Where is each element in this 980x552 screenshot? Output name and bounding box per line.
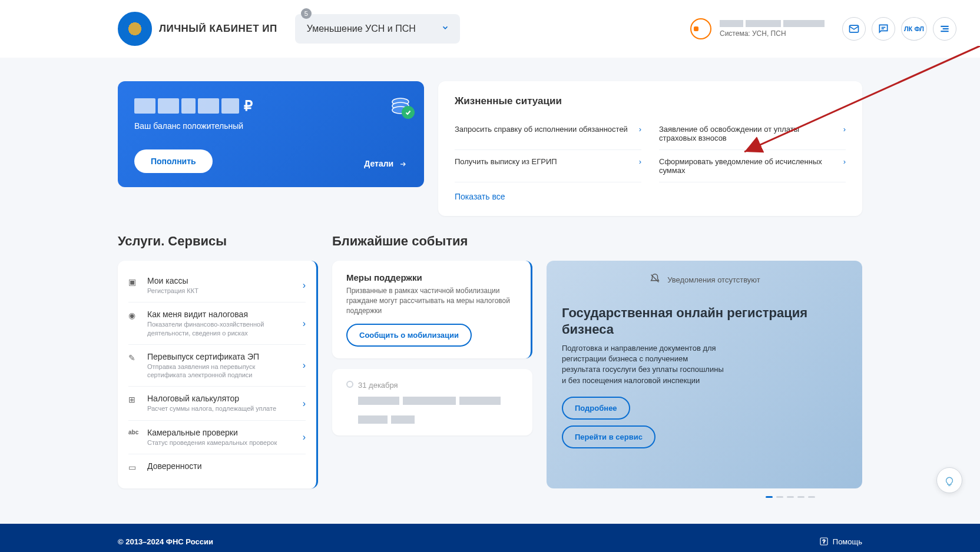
bell-off-icon bbox=[648, 272, 661, 287]
balance-amount-redacted: ₽ bbox=[134, 98, 408, 114]
header: ЛИЧНЫЙ КАБИНЕТ ИП 5 Уменьшение УСН и ПСН… bbox=[0, 0, 980, 58]
chevron-right-icon: › bbox=[303, 398, 306, 409]
support-title: Меры поддержки bbox=[346, 272, 517, 282]
date-label: 31 декабря bbox=[358, 381, 518, 390]
help-link[interactable]: ? Помощь bbox=[819, 536, 862, 547]
balance-subtitle: Ваш баланс положительный bbox=[134, 121, 408, 131]
more-button[interactable]: Подробнее bbox=[562, 397, 630, 420]
logo-area[interactable]: ЛИЧНЫЙ КАБИНЕТ ИП bbox=[118, 12, 277, 46]
notif-body: Подготовка и направление документов для … bbox=[562, 343, 727, 386]
user-name-redacted bbox=[720, 20, 825, 27]
support-body: Призванные в рамках частичной мобилизаци… bbox=[346, 286, 517, 315]
lk-fl-button[interactable]: ЛК ФЛ bbox=[901, 17, 927, 41]
svg-text:?: ? bbox=[822, 538, 825, 544]
chevron-right-icon: › bbox=[639, 125, 641, 134]
select-badge: 5 bbox=[301, 8, 312, 19]
calculator-icon: ⊞ bbox=[128, 395, 139, 405]
eye-icon: ◉ bbox=[128, 311, 139, 321]
chevron-down-icon bbox=[441, 24, 449, 34]
chevron-right-icon: › bbox=[303, 280, 306, 291]
situation-item[interactable]: Получить выписку из ЕГРИП› bbox=[455, 150, 641, 182]
topic-select[interactable]: 5 Уменьшение УСН и ПСН bbox=[295, 14, 460, 44]
menu-icon[interactable] bbox=[933, 17, 956, 41]
topup-button[interactable]: Пополнить bbox=[134, 149, 213, 173]
document-icon: ▭ bbox=[128, 463, 139, 473]
help-bubble[interactable] bbox=[936, 467, 962, 493]
chevron-right-icon: › bbox=[843, 157, 846, 166]
service-item[interactable]: ⊞ Налоговый калькуляторРасчет суммы нало… bbox=[128, 387, 306, 420]
copyright: © 2013–2024 ФНС России bbox=[118, 537, 213, 546]
situation-item[interactable]: Сформировать уведомление об исчисленных … bbox=[659, 150, 846, 182]
balance-card: ₽ Ваш баланс положительный Пополнить Дет… bbox=[118, 81, 424, 187]
user-area: Система: УСН, ПСН bbox=[690, 18, 825, 39]
date-card: 31 декабря bbox=[332, 369, 532, 435]
services-card: ▣ Мои кассыРегистрация ККТ › ◉ Как меня … bbox=[118, 261, 318, 488]
signature-icon: ✎ bbox=[128, 353, 139, 364]
situation-item[interactable]: Заявление об освобождении от уплаты стра… bbox=[659, 118, 846, 150]
user-avatar-badge[interactable] bbox=[690, 18, 711, 39]
chat-icon[interactable] bbox=[872, 17, 895, 41]
logo-icon bbox=[118, 12, 152, 46]
service-item[interactable]: ▣ Мои кассыРегистрация ККТ › bbox=[128, 269, 306, 302]
currency-symbol: ₽ bbox=[244, 98, 253, 114]
services-heading: Услуги. Сервисы bbox=[118, 234, 318, 249]
date-content-redacted bbox=[358, 397, 518, 424]
chevron-right-icon: › bbox=[843, 125, 846, 134]
notif-title: Государственная онлайн регистрация бизне… bbox=[562, 305, 847, 337]
chevron-right-icon: › bbox=[303, 318, 306, 329]
service-item[interactable]: ▭ Доверенности bbox=[128, 454, 306, 480]
abc-icon: abc bbox=[128, 429, 139, 440]
service-item[interactable]: ✎ Перевыпуск сертификата ЭПОтправка заяв… bbox=[128, 345, 306, 387]
show-all-link[interactable]: Показать все bbox=[455, 192, 505, 201]
details-link[interactable]: Детали bbox=[364, 159, 408, 168]
select-value: Уменьшение УСН и ПСН bbox=[307, 24, 416, 34]
chevron-right-icon: › bbox=[639, 157, 641, 166]
header-icons: ЛК ФЛ bbox=[842, 17, 956, 41]
no-notifications-label: Уведомления отсутствуют bbox=[667, 275, 760, 284]
situation-item[interactable]: Запросить справку об исполнении обязанно… bbox=[455, 118, 641, 150]
mail-icon[interactable] bbox=[842, 17, 866, 41]
situations-card: Жизненные ситуации Запросить справку об … bbox=[438, 81, 862, 216]
chevron-right-icon: › bbox=[303, 360, 306, 371]
situations-title: Жизненные ситуации bbox=[455, 95, 846, 107]
main-content: ₽ Ваш баланс положительный Пополнить Дет… bbox=[0, 58, 980, 524]
app-title: ЛИЧНЫЙ КАБИНЕТ ИП bbox=[159, 23, 277, 35]
user-system-label: Система: УСН, ПСН bbox=[720, 29, 825, 38]
chevron-right-icon: › bbox=[303, 432, 306, 443]
carousel-dots[interactable] bbox=[766, 496, 815, 498]
service-item[interactable]: ◉ Как меня видит налоговаяПоказатели фин… bbox=[128, 302, 306, 345]
events-heading: Ближайшие события bbox=[332, 234, 468, 249]
report-mobilization-button[interactable]: Сообщить о мобилизации bbox=[346, 324, 472, 347]
go-service-button[interactable]: Перейти в сервис bbox=[562, 425, 655, 448]
check-icon bbox=[402, 106, 415, 119]
service-item[interactable]: abc Камеральные проверкиСтатус проведени… bbox=[128, 421, 306, 454]
cash-register-icon: ▣ bbox=[128, 277, 139, 288]
footer: © 2013–2024 ФНС России ? Помощь bbox=[0, 524, 980, 552]
support-card: Меры поддержки Призванные в рамках части… bbox=[332, 261, 532, 358]
notification-card: Уведомления отсутствуют Государственная … bbox=[547, 261, 862, 488]
